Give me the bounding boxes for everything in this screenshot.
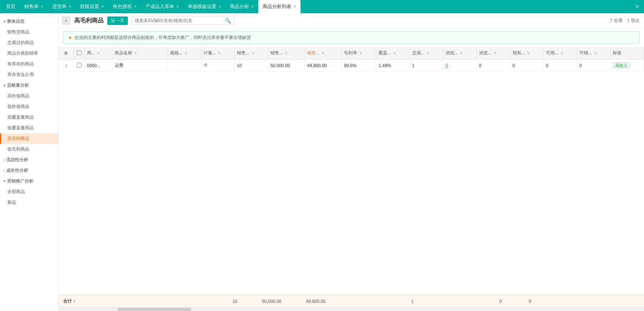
row-view2: 0 [476, 59, 510, 72]
tab-product-analysis-list[interactable]: 商品分析列表 × [258, 0, 301, 13]
sidebar-item-traded-goods[interactable]: 交易过的商品 [0, 37, 58, 48]
sidebar-item-stock-capital[interactable]: 库存资金占用 [0, 69, 58, 80]
tab-product-inbound-label: 产成品入库单 [145, 3, 174, 10]
sidebar-group-marketing[interactable]: ▾ 营销推广分析 [0, 176, 58, 187]
sidebar-group-growth[interactable]: › 成长性分析 [0, 165, 58, 176]
sidebar-item-in-stock[interactable]: 有库存的商品 [0, 59, 58, 69]
sidebar-item-low-coverage[interactable]: 低覆盖量商品 [0, 123, 58, 133]
arrow-contribution: ▾ [4, 83, 6, 87]
view1-link[interactable]: 0 [446, 63, 448, 68]
row-current: 0 [510, 59, 543, 72]
tab-product-analysis-label: 商品分析 [230, 3, 249, 10]
sidebar-item-low-value[interactable]: 低价值商品 [0, 101, 58, 112]
col-sale-qty-header[interactable]: 销售... ⇅ [234, 47, 268, 59]
tab-role-auth[interactable]: 角色授权 × [108, 0, 141, 13]
col-sale-amount-header[interactable]: 销售... ⇅ [268, 47, 305, 59]
sidebar-group-contribution[interactable]: ▾ 贡献量分析 [0, 80, 58, 91]
settings-icon[interactable]: ⚙ [64, 51, 68, 56]
tab-homepage-label: 首页 [6, 3, 15, 10]
row-sale-cost: 49,900.00 [305, 59, 342, 72]
col-current-header[interactable]: 现有... ⇅ [510, 47, 543, 59]
share-button[interactable]: ⤴ 分享 [610, 18, 623, 24]
arrow-growth: › [4, 169, 5, 173]
col-coverage-sort[interactable]: ⇅ [393, 51, 396, 55]
col-code-header[interactable]: 商... ⇅ [84, 47, 112, 59]
col-saleable-header[interactable]: 可销... ⇅ [577, 47, 611, 59]
footer-current: 0 [475, 299, 504, 304]
sidebar-item-new-goods[interactable]: 新品 [0, 197, 58, 208]
sidebar-group-trend[interactable]: › 流趋性分析 [0, 155, 58, 165]
tab-product-analysis-close[interactable]: × [251, 4, 254, 9]
search-input[interactable] [135, 18, 223, 23]
share-icon: ⤴ [610, 18, 612, 23]
sidebar-group-growth-label: 成长性分析 [6, 167, 28, 174]
tab-permissions[interactable]: 权限设置 × [76, 0, 108, 13]
footer-trade: 1 [386, 299, 416, 304]
col-sale-cost-header[interactable]: 销售... ⇅ [305, 47, 342, 59]
tab-product-analysis-list-close[interactable]: × [294, 4, 296, 9]
col-sale-cost-sort[interactable]: ⇅ [321, 51, 324, 55]
row-select-checkbox[interactable] [77, 63, 82, 68]
col-view2-header[interactable]: 浏览... ⇅ [476, 47, 510, 59]
col-trade-sort[interactable]: ⇅ [427, 51, 429, 55]
export-button[interactable]: ⤵ 导出 [627, 18, 640, 24]
sidebar-item-high-value[interactable]: 高价值商品 [0, 91, 58, 101]
tab-sales-close[interactable]: × [41, 4, 43, 9]
content-area: « 高毛利商品 近一月 🔍 ⤴ 分享 ⤵ 导出 ✦ 企业的主要的利润都是这部 [59, 13, 644, 311]
tab-purchase[interactable]: 进货单 × [48, 0, 76, 13]
col-spec-header[interactable]: 规格... ⇅ [168, 47, 201, 59]
row-unit: 个 [201, 59, 234, 72]
row-view1[interactable]: 0 [443, 59, 476, 72]
col-coverage-header[interactable]: 覆盖... ⇅ [376, 47, 410, 59]
tab-product-analysis[interactable]: 商品分析 × [226, 0, 258, 13]
sidebar-collapse-button[interactable]: « [62, 16, 71, 25]
horizontal-scrollbar[interactable] [59, 307, 644, 311]
tab-role-auth-close[interactable]: × [134, 4, 137, 9]
table-row: 1 0000... 运费 个 10 50,000.00 49,900.00 99… [59, 59, 644, 72]
tab-permissions-label: 权限设置 [80, 3, 99, 10]
col-tag-header[interactable]: 标签 [611, 47, 644, 59]
col-gross-margin-header[interactable]: 毛利率 ⇅ [342, 47, 376, 59]
global-close-button[interactable]: × [632, 3, 643, 10]
col-view1-sort[interactable]: ⇅ [460, 51, 463, 55]
row-trade: 1 [410, 59, 443, 72]
tab-sales[interactable]: 销售单 × [20, 0, 48, 13]
sidebar-group-marketing-label: 营销推广分析 [7, 178, 33, 184]
tab-product-inbound-close[interactable]: × [176, 4, 179, 9]
tab-product-inbound[interactable]: 产成品入库单 × [141, 0, 183, 13]
col-spec-sort[interactable]: ⇅ [184, 51, 187, 55]
col-available-header[interactable]: 可用... ⇅ [544, 47, 577, 59]
col-current-sort[interactable]: ⇅ [527, 51, 530, 55]
col-unit-sort[interactable]: ⇅ [218, 51, 221, 55]
tab-homepage[interactable]: 首页 [1, 0, 20, 13]
select-all-checkbox[interactable] [77, 50, 82, 55]
col-name-header[interactable]: 商品名称 ⇅ [112, 47, 168, 59]
sidebar-item-high-margin[interactable]: 高毛利商品 [0, 133, 58, 144]
col-name-sort[interactable]: ⇅ [134, 51, 137, 55]
sidebar-item-sale-goods[interactable]: 销售货商品 [0, 27, 58, 37]
tab-purchase-close[interactable]: × [69, 4, 71, 9]
sidebar-item-high-coverage[interactable]: 高覆盖量商品 [0, 112, 58, 123]
sidebar-group-overall[interactable]: ▾ 整体信息 [0, 16, 58, 27]
tab-template[interactable]: 单据模板设置 × [183, 0, 226, 13]
col-view2-sort[interactable]: ⇅ [493, 51, 496, 55]
col-sale-qty-sort[interactable]: ⇅ [251, 51, 254, 55]
tab-template-close[interactable]: × [219, 4, 221, 9]
filter-recent-month-button[interactable]: 近一月 [107, 17, 128, 25]
sidebar-item-all-goods[interactable]: 全部商品 [0, 187, 58, 197]
sidebar-item-category-rate[interactable]: 商品分类助销率 [0, 48, 58, 59]
col-gross-margin-sort[interactable]: ⇅ [359, 51, 362, 55]
sidebar-item-low-margin[interactable]: 低毛利商品 [0, 144, 58, 155]
info-text: 企业的主要的利润都是这部分商品创造的，可考虑加大推广，同时关注库存量不要出现缺货 [75, 35, 251, 41]
col-available-sort[interactable]: ⇅ [560, 51, 563, 55]
tab-permissions-close[interactable]: × [101, 4, 104, 9]
col-unit-header[interactable]: 计量... ⇅ [201, 47, 234, 59]
tab-sales-label: 销售单 [24, 3, 39, 10]
col-code-sort[interactable]: ⇅ [97, 51, 100, 55]
search-icon[interactable]: 🔍 [225, 18, 231, 23]
arrow-overall: ▾ [4, 19, 6, 23]
col-sale-amount-sort[interactable]: ⇅ [285, 51, 288, 55]
col-view1-header[interactable]: 浏览... ⇅ [443, 47, 476, 59]
col-saleable-sort[interactable]: ⇅ [594, 51, 597, 55]
col-trade-header[interactable]: 交易... ⇅ [410, 47, 443, 59]
